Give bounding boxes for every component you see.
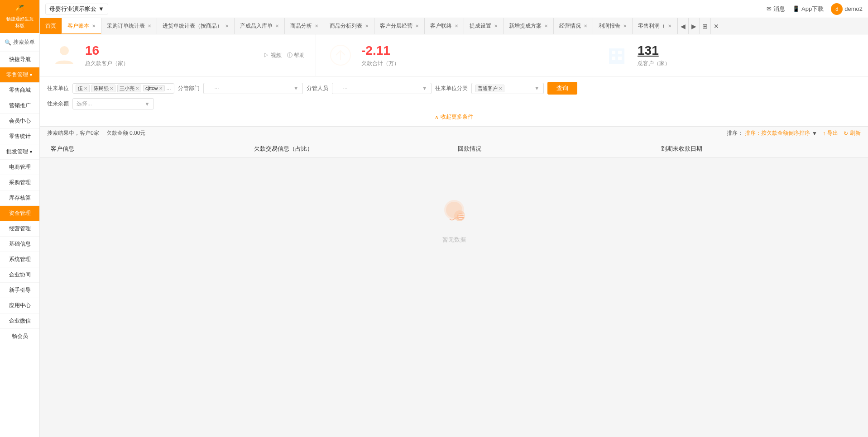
- tab-promotion-settings[interactable]: 提成设置 ✕: [464, 18, 504, 34]
- refresh-button[interactable]: ↻ 刷新: [844, 129, 861, 137]
- message-label: 消息: [773, 5, 785, 13]
- tab-produce-close[interactable]: ✕: [275, 24, 279, 28]
- tab-product-analysis-list[interactable]: 商品分析列表 ✕: [324, 18, 374, 34]
- sidebar-item-vip[interactable]: 畅会员: [0, 329, 39, 344]
- tab-accounts[interactable]: 客户账本 ✕: [62, 18, 101, 34]
- tab-profit-report[interactable]: 利润报告 ✕: [593, 18, 633, 34]
- query-button[interactable]: 查询: [547, 82, 577, 95]
- result-bar: 搜索结果中，客户0家 欠款金额 0.00元 排序： 排序：按欠款金额倒序排序 ▼…: [40, 127, 868, 140]
- filter-tag-wu[interactable]: 伍 ✕: [76, 85, 90, 92]
- search-menu-button[interactable]: 🔍 搜索菜单: [3, 37, 37, 48]
- filter-tag-ordinary-close[interactable]: ✕: [499, 86, 502, 91]
- tab-segment-close[interactable]: ✕: [415, 24, 419, 28]
- tab-customer-segment[interactable]: 客户分层经营 ✕: [374, 18, 425, 34]
- filter-tag-chen[interactable]: 陈民强 ✕: [91, 85, 115, 92]
- app-download-button[interactable]: 📱 App下载: [792, 5, 824, 13]
- collapse-label: 收起更多条件: [441, 113, 473, 121]
- tab-product-list-close[interactable]: ✕: [365, 24, 369, 28]
- sidebar-item-ecommerce[interactable]: 电商管理: [0, 160, 39, 175]
- sidebar-item-purchase[interactable]: 采购管理: [0, 175, 39, 190]
- sidebar-item-batch-label: 批发管理: [6, 148, 28, 156]
- account-name: 母婴行业演示帐套: [49, 5, 96, 13]
- sidebar-item-new-guide[interactable]: 新手引导: [0, 283, 39, 298]
- help-icon-label[interactable]: ⓘ 帮助: [287, 52, 305, 59]
- filter-tag-chen-close[interactable]: ✕: [110, 86, 113, 91]
- question-icon: ⓘ: [287, 52, 293, 58]
- tab-contact-close[interactable]: ✕: [455, 24, 458, 28]
- tab-promotion-close[interactable]: ✕: [494, 24, 498, 28]
- tab-customer-contact[interactable]: 客户联络 ✕: [425, 18, 464, 34]
- filter-dept-select[interactable]: ··· ▼: [203, 83, 303, 94]
- sidebar-item-inventory[interactable]: 库存核算: [0, 190, 39, 206]
- sidebar-item-member[interactable]: 会员中心: [0, 114, 39, 129]
- collapse-button[interactable]: ∧ 收起更多条件: [47, 113, 861, 121]
- sidebar-item-batch-mgmt[interactable]: 批发管理 ▼: [0, 144, 39, 160]
- tab-inbound-close[interactable]: ✕: [225, 24, 229, 28]
- refresh-icon: ↻: [844, 130, 848, 137]
- dept-arrow-icon: ▼: [293, 85, 299, 91]
- filter-person-select[interactable]: ··· ▼: [332, 83, 432, 94]
- col-repayment: 回款情况: [454, 145, 657, 153]
- sidebar-item-retail[interactable]: 零售管理 ▼: [0, 67, 39, 83]
- sort-button[interactable]: 排序： 排序：按欠款金额倒序排序 ▼: [727, 129, 817, 137]
- tab-product-analysis[interactable]: 商品分析 ✕: [285, 18, 324, 34]
- logo-subtitle: 标版: [3, 23, 37, 28]
- sidebar-item-retail-label: 零售管理: [6, 71, 28, 79]
- tab-purchase-close[interactable]: ✕: [148, 24, 151, 28]
- sidebar-item-retail-stats[interactable]: 零售统计: [0, 129, 39, 144]
- tab-new-promo-close[interactable]: ✕: [544, 24, 548, 28]
- sidebar-item-system[interactable]: 系统管理: [0, 252, 39, 267]
- video-help-label[interactable]: ▷ 视频: [264, 52, 281, 59]
- sidebar-item-basic-info[interactable]: 基础信息: [0, 237, 39, 252]
- tab-purchase-order[interactable]: 采购订单统计表 ✕: [101, 18, 157, 34]
- filter-more-btn[interactable]: ...: [167, 85, 171, 91]
- tab-inbound-stats[interactable]: 进货单统计表（按商品） ✕: [157, 18, 235, 34]
- filter-unit-class-select[interactable]: 普通客户 ✕ ▼: [471, 83, 544, 94]
- sidebar-item-marketing[interactable]: 营销推广: [0, 98, 39, 114]
- filter-unit-tags[interactable]: 伍 ✕ 陈民强 ✕ 王小亮 ✕ cjttcw ✕ ...: [72, 83, 174, 94]
- filter-tag-cjttcw-close[interactable]: ✕: [159, 86, 163, 91]
- tab-prev-button[interactable]: ◀: [677, 18, 688, 34]
- tab-customer-contact-label: 客户联络: [430, 22, 452, 30]
- tab-next-button[interactable]: ▶: [688, 18, 699, 34]
- filter-tag-wang-close[interactable]: ✕: [135, 86, 139, 91]
- sidebar-logo[interactable]: 🍊 畅捷通好生意 标版: [0, 0, 39, 33]
- filter-tag-ordinary[interactable]: 普通客户 ✕: [475, 85, 504, 92]
- account-selector[interactable]: 母婴行业演示帐套 ▼: [45, 4, 108, 14]
- user-profile[interactable]: d demo2: [831, 3, 863, 15]
- filter-tag-wang[interactable]: 王小亮 ✕: [117, 85, 141, 92]
- person-label: 分管人员: [307, 85, 328, 92]
- page-content: 16 总欠款客户（家） ▷ 视频 ⓘ 帮助: [40, 34, 868, 437]
- phone-icon: 📱: [792, 5, 800, 12]
- tab-retail-close[interactable]: ✕: [668, 24, 671, 28]
- tab-profit-close[interactable]: ✕: [623, 24, 627, 28]
- tab-produce-inbound[interactable]: 产成品入库单 ✕: [235, 18, 285, 34]
- tab-business-status[interactable]: 经营情况 ✕: [554, 18, 593, 34]
- tab-new-promotion[interactable]: 新增提成方案 ✕: [504, 18, 554, 34]
- col-overdue-info: 欠款交易信息（占比）: [250, 145, 454, 153]
- export-button[interactable]: ↑ 导出: [823, 129, 838, 137]
- building-icon: [603, 42, 630, 69]
- tab-product-close[interactable]: ✕: [315, 24, 318, 28]
- tab-expand-button[interactable]: ⊞: [699, 18, 710, 34]
- tab-product-list-label: 商品分析列表: [330, 22, 362, 30]
- sidebar-item-finance[interactable]: 资金管理: [0, 206, 39, 221]
- filter-balance-select[interactable]: 选择... ▼: [72, 98, 154, 109]
- empty-label: 暂无数据: [442, 236, 466, 244]
- result-bar-right: 排序： 排序：按欠款金额倒序排序 ▼ ↑ 导出 ↻ 刷新: [727, 129, 861, 137]
- tab-retail-profit[interactable]: 零售利润（ ✕: [633, 18, 677, 34]
- sidebar-item-operations[interactable]: 经营管理: [0, 221, 39, 237]
- quick-nav-button[interactable]: 快捷导航: [0, 52, 39, 67]
- tab-home[interactable]: 首页: [40, 18, 62, 34]
- tab-accounts-close[interactable]: ✕: [92, 24, 96, 28]
- message-button[interactable]: ✉ 消息: [767, 5, 785, 13]
- sidebar-item-wechat[interactable]: 企业微信: [0, 314, 39, 329]
- sidebar-item-app-center[interactable]: 应用中心: [0, 298, 39, 314]
- sidebar-item-retail-mall[interactable]: 零售商城: [0, 83, 39, 98]
- sidebar-item-enterprise[interactable]: 企业协同: [0, 267, 39, 283]
- tab-close-all-button[interactable]: ✕: [710, 18, 722, 34]
- filter-tag-cjttcw[interactable]: cjttcw ✕: [143, 85, 165, 91]
- tab-business-close[interactable]: ✕: [584, 24, 587, 28]
- topbar-left: 母婴行业演示帐套 ▼: [45, 4, 108, 14]
- filter-tag-wu-close[interactable]: ✕: [84, 86, 87, 91]
